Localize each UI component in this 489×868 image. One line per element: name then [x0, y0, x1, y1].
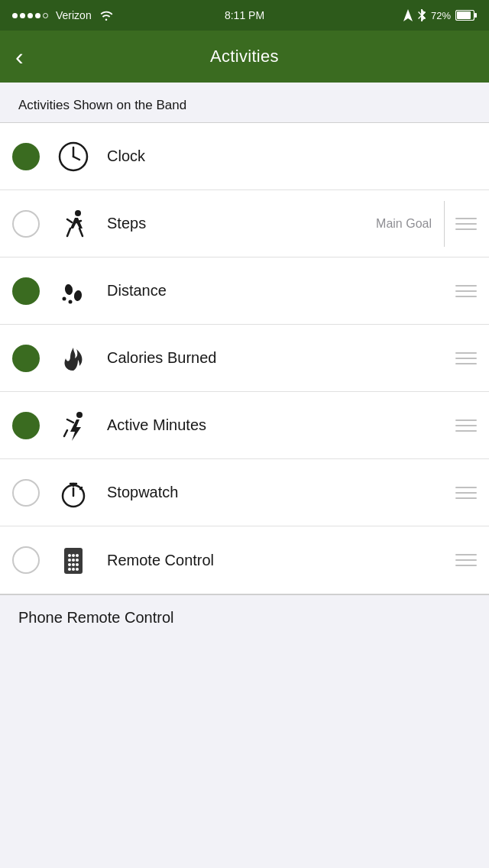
partial-label: Phone Remote Control [18, 609, 173, 626]
drag-line [455, 492, 477, 494]
list-item: Clock [0, 123, 489, 190]
drag-handle-distance[interactable] [454, 285, 477, 297]
signal-dots [12, 13, 48, 18]
distance-label: Distance [107, 282, 454, 300]
activity-list: Clock Steps Main Goal [0, 122, 489, 594]
battery-percent: 72% [431, 10, 451, 21]
status-right: 72% [403, 9, 477, 21]
status-left: Verizon [12, 9, 113, 21]
list-item: Calories Burned [0, 325, 489, 392]
drag-line [455, 425, 477, 426]
stopwatch-label: Stopwatch [107, 484, 454, 501]
page-title: Activities [210, 47, 279, 66]
drag-handle-active-minutes[interactable] [454, 419, 477, 432]
svg-point-11 [76, 412, 83, 418]
drag-handle-calories[interactable] [454, 352, 477, 364]
drag-line [455, 487, 477, 488]
status-bar: Verizon 8:11 PM 72% [0, 0, 489, 31]
svg-point-25 [72, 563, 75, 566]
svg-rect-1 [457, 11, 471, 19]
drag-line [455, 363, 477, 364]
list-item: Distance [0, 257, 489, 325]
carrier-label: Verizon [56, 9, 92, 21]
svg-point-27 [68, 568, 71, 571]
clock-icon [53, 137, 93, 177]
status-time: 8:11 PM [225, 9, 264, 21]
clock-label: Clock [107, 147, 477, 165]
svg-point-8 [73, 290, 83, 302]
drag-line [455, 559, 477, 561]
drag-handle-remote-control[interactable] [454, 554, 477, 566]
svg-point-6 [75, 210, 81, 216]
drag-line [455, 228, 477, 230]
svg-point-7 [64, 283, 73, 296]
dot5 [43, 13, 48, 18]
section-header: Activities Shown on the Band [0, 83, 489, 122]
drag-line [455, 419, 477, 421]
svg-line-5 [73, 157, 79, 160]
toggle-distance[interactable] [12, 277, 40, 305]
dot1 [12, 13, 18, 18]
steps-divider [444, 201, 445, 247]
drag-line [455, 296, 477, 297]
steps-label: Steps [107, 215, 376, 232]
list-item: Active Minutes [0, 392, 489, 459]
toggle-active-minutes[interactable] [12, 412, 40, 439]
svg-point-20 [76, 554, 79, 557]
drag-line [455, 358, 477, 359]
battery-icon [455, 10, 477, 21]
remote-control-label: Remote Control [107, 552, 454, 569]
distance-icon [53, 271, 93, 311]
svg-point-10 [69, 300, 73, 303]
toggle-clock[interactable] [12, 143, 40, 170]
svg-point-28 [72, 568, 75, 571]
drag-line [455, 218, 477, 219]
svg-point-19 [72, 554, 75, 557]
svg-rect-2 [474, 13, 477, 18]
drag-line [455, 497, 477, 499]
calories-label: Calories Burned [107, 349, 454, 367]
drag-line [455, 290, 477, 292]
calories-icon [53, 338, 93, 378]
toggle-calories[interactable] [12, 345, 40, 372]
svg-point-23 [76, 559, 79, 562]
list-item: Stopwatch [0, 459, 489, 526]
dot2 [20, 13, 25, 18]
toggle-remote-control[interactable] [12, 546, 40, 574]
bluetooth-icon [417, 9, 426, 21]
active-minutes-label: Active Minutes [107, 416, 454, 434]
dot3 [28, 13, 33, 18]
drag-line [455, 223, 477, 225]
drag-line [455, 352, 477, 354]
svg-point-24 [68, 563, 71, 566]
svg-point-29 [76, 568, 79, 571]
toggle-steps[interactable] [12, 210, 40, 238]
svg-point-26 [76, 563, 79, 566]
partial-bottom-text: Phone Remote Control [0, 594, 489, 636]
steps-icon [53, 204, 93, 244]
remote-control-icon [53, 540, 93, 580]
drag-line [455, 285, 477, 287]
dot4 [35, 13, 40, 18]
nav-bar: ‹ Activities [0, 31, 489, 83]
list-item: Remote Control [0, 526, 489, 594]
drag-line [455, 430, 477, 432]
svg-point-9 [63, 296, 66, 300]
svg-line-16 [80, 487, 82, 489]
wifi-icon [99, 10, 113, 21]
svg-point-22 [72, 559, 75, 562]
location-icon [403, 9, 413, 21]
stopwatch-icon [53, 473, 93, 513]
drag-line [455, 554, 477, 555]
drag-handle-stopwatch[interactable] [454, 487, 477, 499]
list-item: Steps Main Goal [0, 190, 489, 257]
active-minutes-icon [53, 406, 93, 445]
svg-point-18 [68, 554, 71, 557]
svg-point-21 [68, 559, 71, 562]
main-goal-badge: Main Goal [376, 217, 432, 231]
back-button[interactable]: ‹ [15, 44, 24, 69]
drag-line [455, 565, 477, 566]
toggle-stopwatch[interactable] [12, 479, 40, 507]
drag-handle-steps[interactable] [454, 218, 477, 230]
